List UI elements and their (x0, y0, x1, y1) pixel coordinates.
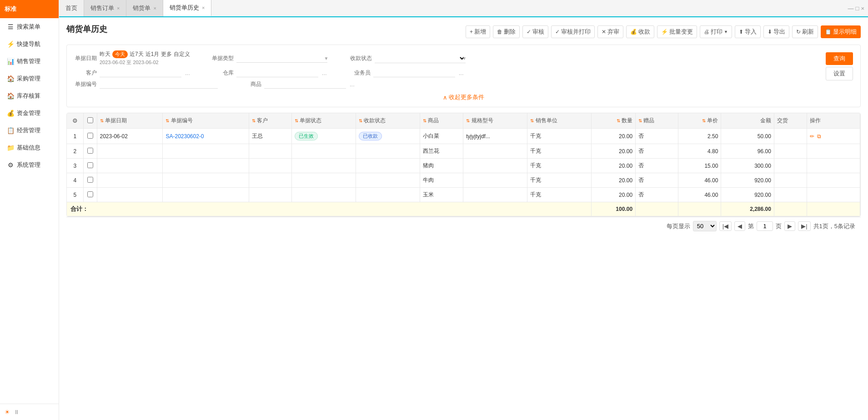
tab-home[interactable]: 首页 (59, 0, 84, 16)
operations-mgmt-icon: 📋 (7, 127, 14, 134)
cell-checkbox[interactable] (83, 173, 97, 188)
date-today[interactable]: 今天 (112, 50, 128, 58)
cell-amount: 920.00 (721, 173, 774, 188)
tab-sales-delivery[interactable]: 销货单 × (126, 0, 163, 16)
page-number-input[interactable] (757, 221, 773, 231)
warehouse-input[interactable] (236, 69, 318, 77)
th-gift[interactable]: ⇅ 赠品 (636, 113, 678, 129)
tab-sales-order[interactable]: 销售订单 × (84, 0, 126, 16)
date-custom[interactable]: 自定义 (174, 50, 190, 58)
approve-button[interactable]: ✓ 审核 (522, 25, 548, 38)
tabs-minimize[interactable]: — (848, 5, 854, 12)
sidebar-item-inventory[interactable]: 🏠 库存核算 (0, 87, 59, 105)
collect-status-label: 收款状态 (349, 55, 372, 62)
sidebar-bottom-icon1[interactable]: ☀ (5, 409, 10, 415)
cell-checkbox[interactable] (83, 144, 97, 159)
th-qty[interactable]: ⇅ 数量 (592, 113, 636, 129)
main-area: 首页 销售订单 × 销货单 × 销货单历史 × — □ × 销货单历史 + 新 (59, 0, 868, 420)
new-button[interactable]: + 新增 (466, 25, 490, 38)
first-page-button[interactable]: |◀ (719, 221, 732, 231)
customer-picker[interactable]: ... (185, 70, 190, 76)
doc-type-select[interactable]: ') no-repeat right 4px center; backgroun… (236, 54, 327, 63)
cell-price: 46.00 (678, 188, 721, 202)
last-page-button[interactable]: ▶| (798, 221, 810, 231)
goods-input[interactable] (264, 80, 346, 89)
cell-doc-status: 已生效 (291, 129, 356, 144)
th-collect-status[interactable]: ⇅ 收款状态 (356, 113, 420, 129)
cell-checkbox[interactable] (83, 188, 97, 202)
goods-picker[interactable]: ... (350, 81, 355, 88)
th-customer[interactable]: ⇅ 客户 (249, 113, 291, 129)
th-price[interactable]: ⇅ 单价 (678, 113, 721, 129)
cell-doc-no[interactable] (163, 188, 249, 202)
import-button[interactable]: ⬆ 导入 (735, 25, 761, 38)
sidebar-item-basic-info[interactable]: 📁 基础信息 (0, 139, 59, 156)
sidebar-item-finance-mgmt[interactable]: 💰 资金管理 (0, 105, 59, 122)
sidebar-item-search-menu[interactable]: ☰ 搜索菜单 (0, 18, 59, 35)
sidebar-item-quick-nav[interactable]: ⚡ 快捷导航 (0, 35, 59, 53)
th-spec[interactable]: ⇅ 规格型号 (463, 113, 527, 129)
row-copy-icon[interactable]: ⧉ (817, 133, 821, 140)
date-7days[interactable]: 近7天 (130, 50, 144, 58)
sidebar-bottom-icon2[interactable]: ⏸ (14, 409, 20, 415)
show-detail-button[interactable]: 📋 显示明细 (821, 25, 861, 38)
filter-doc-no: 单据编号 (74, 80, 218, 89)
select-all-checkbox[interactable] (87, 117, 93, 123)
tab-sales-delivery-close[interactable]: × (153, 5, 156, 11)
cell-doc-no[interactable] (163, 159, 249, 173)
th-settings[interactable]: ⚙ (67, 113, 83, 129)
tabs-maximize[interactable]: □ (856, 5, 859, 12)
date-more[interactable]: 更多 (161, 50, 172, 58)
cell-transaction (774, 129, 807, 144)
tabs-close[interactable]: × (861, 5, 864, 12)
filter-collapse[interactable]: ∧ 收起更多条件 (74, 93, 853, 101)
salesperson-input[interactable] (373, 69, 455, 77)
approve-print-button[interactable]: ✓ 审核并打印 (551, 25, 595, 38)
print-button[interactable]: 🖨 打印 ▼ (700, 25, 732, 38)
cell-doc-no[interactable]: SA-20230602-0 (163, 129, 249, 144)
cell-customer: 王总 (249, 129, 291, 144)
export-button[interactable]: ⬇ 导出 (763, 25, 789, 38)
sidebar-item-system-mgmt[interactable]: ⚙ 系统管理 (0, 156, 59, 174)
th-amount: 金额 (721, 113, 774, 129)
cell-checkbox[interactable] (83, 159, 97, 173)
abandon-button[interactable]: ✕ 弃审 (597, 25, 623, 38)
collect-status-select[interactable] (375, 54, 466, 63)
table-wrap: ⚙ ⇅ 单据日期 ⇅ 单据编号 ⇅ 客户 ⇅ 单据状态 ⇅ 收款状态 ⇅ 商品 … (66, 113, 861, 217)
cell-price: 15.00 (678, 159, 721, 173)
collect-button[interactable]: 💰 收款 (626, 25, 654, 38)
batch-change-button[interactable]: ⚡ 批量变更 (657, 25, 697, 38)
sidebar-item-operations-mgmt[interactable]: 📋 经营管理 (0, 122, 59, 139)
th-goods[interactable]: ⇅ 商品 (420, 113, 463, 129)
cell-goods: 玉米 (420, 188, 463, 202)
tab-sales-order-close[interactable]: × (117, 5, 120, 11)
footer-total-amount: 2,286.00 (721, 202, 774, 216)
customer-input[interactable] (100, 69, 181, 77)
th-doc-status[interactable]: ⇅ 单据状态 (291, 113, 356, 129)
import-icon: ⬆ (739, 29, 743, 35)
sidebar-item-sales-mgmt[interactable]: 📊 销售管理 (0, 53, 59, 70)
th-doc-no[interactable]: ⇅ 单据编号 (163, 113, 249, 129)
th-doc-date[interactable]: ⇅ 单据日期 (97, 113, 163, 129)
tab-sales-history-close[interactable]: × (202, 5, 205, 10)
cell-doc-no[interactable] (163, 144, 249, 159)
next-page-button[interactable]: ▶ (784, 221, 795, 231)
tab-sales-history[interactable]: 销货单历史 × (163, 0, 211, 16)
table-row: 2 西兰花 千克 20.00 否 4.80 96.00 (67, 144, 860, 159)
cell-doc-no[interactable] (163, 173, 249, 188)
cell-checkbox[interactable] (83, 129, 97, 144)
date-1month[interactable]: 近1月 (146, 50, 160, 58)
query-button[interactable]: 查询 (826, 52, 853, 65)
delete-button[interactable]: 🗑 删除 (493, 25, 520, 38)
doc-no-input[interactable] (100, 80, 218, 89)
refresh-button[interactable]: ↻ 刷新 (792, 25, 818, 38)
warehouse-picker[interactable]: ... (322, 70, 327, 76)
set-button[interactable]: 设置 (826, 67, 853, 80)
salesperson-picker[interactable]: ... (459, 70, 464, 76)
th-unit[interactable]: ⇅ 销售单位 (527, 113, 592, 129)
date-yesterday[interactable]: 昨天 (100, 50, 110, 58)
page-size-select[interactable]: 50 10 20 100 (693, 221, 717, 231)
sidebar-item-purchase-mgmt[interactable]: 🏠 采购管理 (0, 70, 59, 87)
row-edit-icon[interactable]: ✏ (810, 133, 814, 140)
prev-page-button[interactable]: ◀ (734, 221, 745, 231)
